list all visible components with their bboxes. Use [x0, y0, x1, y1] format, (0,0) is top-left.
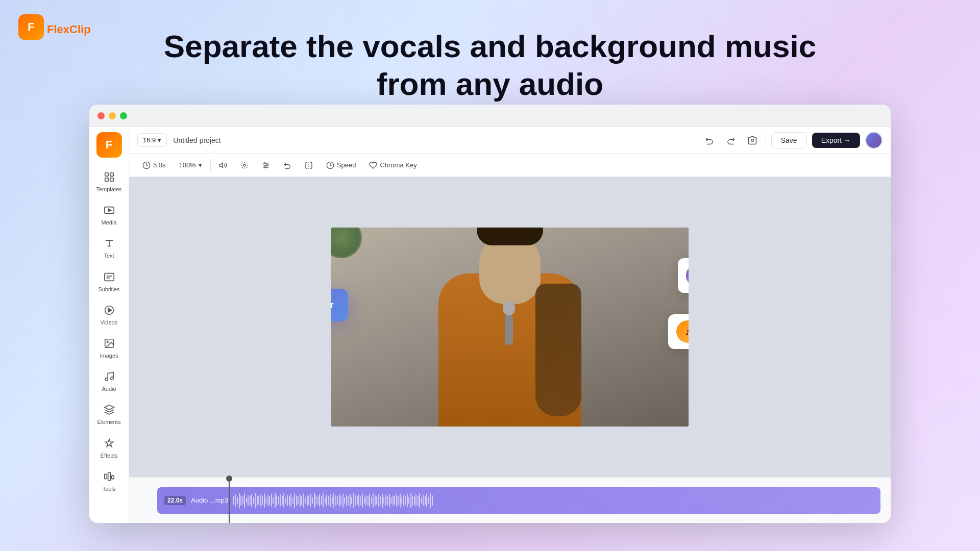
sidebar-item-text[interactable]: Text [92, 232, 127, 263]
toolbar-divider [766, 134, 766, 146]
vocal-audio-card: 🎙 Vocal.mp3 [678, 258, 689, 293]
sidebar-label-elements: Elements [97, 419, 121, 425]
headline-line2: from any audio [377, 66, 603, 102]
reset-tool[interactable] [278, 159, 297, 172]
duration-display: 5.0s [137, 159, 171, 172]
sidebar-logo-letter: F [106, 138, 112, 152]
vocal-audio-icon: 🎙 [686, 264, 689, 287]
sidebar-item-audio[interactable]: Audio [92, 365, 127, 396]
svg-marker-5 [108, 209, 111, 212]
vocal-remover-label: Vocal Remover [331, 300, 334, 311]
timeline-area: 22.0s Audio ...mp3 [129, 477, 891, 523]
aspect-ratio-label: 16:9 [143, 136, 156, 144]
track-name: Audio ...mp3 [191, 496, 228, 504]
secondary-divider [210, 159, 211, 171]
user-avatar[interactable] [865, 132, 883, 149]
adjust-tool[interactable] [257, 159, 275, 172]
app-window: F Templates Media [89, 105, 891, 523]
sidebar-label-subtitles: Subtitles [98, 286, 119, 293]
text-icon [102, 236, 116, 251]
secondary-toolbar: 5.0s 100% ▾ [129, 154, 891, 177]
sidebar-label-media: Media [102, 219, 117, 226]
close-button[interactable] [97, 112, 105, 119]
aspect-ratio-button[interactable]: 16:9 ▾ [137, 133, 167, 147]
svg-rect-0 [105, 173, 108, 176]
svg-rect-15 [111, 475, 114, 479]
svg-rect-14 [108, 472, 110, 481]
timeline-playhead [229, 478, 230, 523]
svg-rect-13 [104, 474, 107, 479]
svg-point-12 [110, 377, 113, 380]
vocal-remover-button[interactable]: 🎙 Vocal Remover [331, 289, 348, 321]
subtitles-icon [102, 270, 116, 284]
sidebar-item-elements[interactable]: Elements [92, 398, 127, 430]
sidebar-label-tools: Tools [103, 486, 116, 492]
sidebar-item-media[interactable]: Media [92, 199, 127, 230]
screenshot-button[interactable] [744, 132, 761, 148]
sidebar-label-text: Text [104, 253, 114, 259]
chromakey-tool[interactable]: Chroma Key [364, 159, 422, 172]
top-toolbar: 16:9 ▾ Untitled project [129, 127, 891, 154]
zoom-value: 100% [179, 161, 196, 169]
canvas-and-timeline: 🎙 Vocal Remover ↖ 🎙 Vocal.mp3 [129, 177, 891, 523]
zoom-control[interactable]: 100% ▾ [174, 159, 207, 171]
app-body: F Templates Media [89, 127, 891, 523]
title-bar [89, 105, 891, 127]
audio-timeline-track[interactable]: 22.0s Audio ...mp3 [157, 487, 880, 514]
svg-marker-18 [219, 163, 223, 167]
speed-tool[interactable]: Speed [321, 159, 361, 172]
sidebar-label-templates: Templates [96, 186, 121, 193]
toolbar-actions: Save Export → [701, 132, 883, 149]
sidebar-label-effects: Effects [101, 453, 117, 459]
export-button[interactable]: Export → [812, 133, 860, 148]
svg-point-23 [264, 162, 265, 164]
sidebar-item-tools[interactable]: Tools [92, 465, 127, 496]
templates-icon [102, 170, 116, 184]
sidebar-label-videos: Videos [101, 319, 117, 326]
elements-icon [102, 403, 116, 417]
video-canvas: 🎙 Vocal Remover ↖ 🎙 Vocal.mp3 [331, 228, 689, 427]
color-tool[interactable] [235, 159, 254, 172]
track-time: 22.0s [164, 496, 186, 505]
tools-icon [102, 469, 116, 484]
bgm-audio-card: ♪ BGM.mp3 [668, 314, 689, 349]
video-inner [331, 228, 689, 427]
sidebar-label-images: Images [100, 353, 118, 359]
sidebar: F Templates Media [89, 127, 129, 523]
headline-line1: Separate the vocals and background music [164, 29, 816, 64]
sidebar-label-audio: Audio [102, 386, 116, 392]
sidebar-item-subtitles[interactable]: Subtitles [92, 266, 127, 297]
undo-button[interactable] [701, 132, 718, 148]
chromakey-label: Chroma Key [380, 161, 416, 169]
minimize-button[interactable] [109, 112, 116, 119]
svg-rect-6 [104, 273, 113, 281]
maximize-button[interactable] [120, 112, 127, 119]
svg-marker-8 [108, 308, 111, 312]
media-icon [102, 203, 116, 217]
sidebar-item-videos[interactable]: Videos [92, 299, 127, 330]
effects-icon [102, 436, 116, 450]
svg-point-11 [105, 378, 108, 381]
duration-value: 5.0s [153, 161, 166, 169]
sidebar-logo: F [96, 132, 122, 158]
bgm-audio-icon: ♪ [676, 320, 689, 343]
speed-label: Speed [337, 161, 356, 169]
track-waveform [233, 494, 873, 507]
svg-point-19 [243, 164, 246, 166]
sidebar-item-images[interactable]: Images [92, 332, 127, 363]
svg-rect-2 [105, 178, 108, 181]
save-button[interactable]: Save [771, 132, 807, 148]
aspect-ratio-chevron: ▾ [158, 136, 161, 144]
project-name[interactable]: Untitled project [173, 136, 695, 144]
flip-tool[interactable] [300, 159, 318, 172]
svg-rect-3 [110, 178, 113, 181]
svg-point-25 [264, 166, 266, 168]
sidebar-item-effects[interactable]: Effects [92, 432, 127, 463]
svg-point-16 [751, 139, 753, 141]
redo-button[interactable] [723, 132, 739, 148]
audio-icon [102, 369, 116, 384]
volume-tool[interactable] [214, 159, 232, 172]
sidebar-item-templates[interactable]: Templates [92, 166, 127, 197]
images-icon [102, 336, 116, 350]
svg-point-10 [107, 341, 108, 342]
